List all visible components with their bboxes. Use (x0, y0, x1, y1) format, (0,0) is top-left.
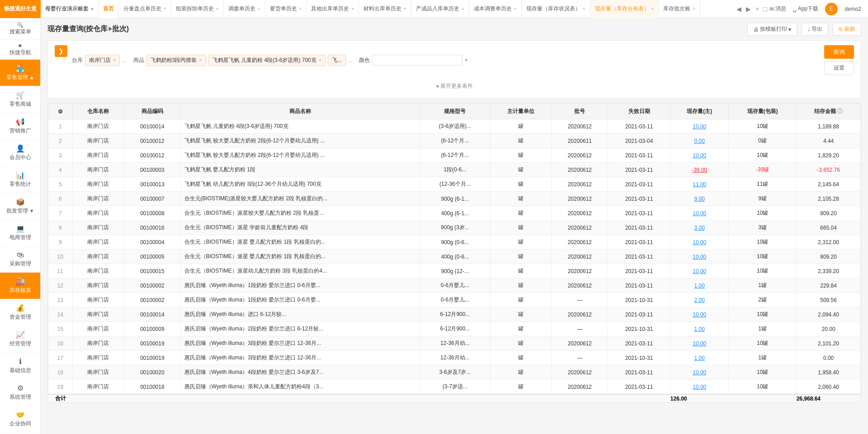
row-qty-main[interactable]: 0.00 (670, 134, 729, 148)
row-code: 00100020 (124, 365, 180, 380)
row-qty-main[interactable]: 11.00 (670, 177, 729, 192)
remove-product1-icon[interactable]: × (199, 57, 202, 63)
row-spec: 12-36月幼... (420, 351, 490, 365)
tab-cailiaochuku[interactable]: 材料出库单历史 × (359, 0, 411, 18)
sidebar-item-inventory[interactable]: 🏭 库存核算 (0, 273, 40, 299)
settings-gear-icon[interactable]: ⚙ (58, 108, 63, 115)
sidebar-item-finance[interactable]: 💰 资金管理 (0, 299, 40, 326)
close-icon[interactable]: × (693, 6, 695, 11)
tab-menu-icon[interactable]: □ (761, 5, 769, 13)
avatar[interactable]: E (825, 3, 838, 15)
row-name: 合生元（BIOSTIME）派星 婴儿配方奶粉 1段 乳核蛋白的... (180, 250, 420, 264)
row-name: 合生元（BIOSTIME）派星较大婴儿配方奶粉 2段 乳核蛋... (180, 206, 420, 221)
row-amount: 0.00 (797, 351, 861, 365)
col-spec: 规格型号 (420, 104, 490, 119)
row-unit: 罐 (490, 235, 552, 250)
row-amount: 2,094.40 (797, 307, 861, 322)
tab-xiancunliang-kucun[interactable]: 现存量（库存状况表） × (522, 0, 590, 18)
sidebar-item-marketing[interactable]: 📢 营销推广 (0, 113, 40, 140)
setting-button[interactable]: 设置 (824, 61, 854, 75)
row-qty-main[interactable]: 10.00 (670, 365, 729, 380)
tab-chengpinruku[interactable]: 产成品入库单历史 × (411, 0, 469, 18)
color-input[interactable] (372, 55, 462, 66)
tab-home[interactable]: 首页 (99, 0, 119, 18)
username-label[interactable]: demo2 (844, 6, 861, 12)
row-qty-main[interactable]: 9.00 (670, 192, 729, 206)
close-icon[interactable]: × (164, 6, 166, 11)
tab-fenliangpandian[interactable]: 分量盘点单历史 × (119, 0, 171, 18)
row-code: 00100003 (124, 163, 180, 177)
row-expire: 2021-03-04 (608, 134, 670, 148)
tab-next-icon[interactable]: ▶ (744, 5, 753, 13)
sidebar-item-retail-stats[interactable]: 📊 零售统计 (0, 166, 40, 193)
query-button[interactable]: 查询 (824, 45, 854, 59)
app-download-button[interactable]: ␣ App下载 (793, 5, 818, 13)
sidebar-item-retail-mall[interactable]: 🛒 零售商城 (0, 86, 40, 113)
sidebar-item-operations[interactable]: 📈 经营管理 (0, 326, 40, 353)
warehouse-tag[interactable]: 南岸门店 × (85, 55, 120, 66)
row-qty-main[interactable]: 1.00 (670, 322, 729, 336)
tab-xiancunliang-fenbu[interactable]: 现存量（库存分布表） × (590, 0, 659, 18)
sidebar-item-system[interactable]: ⚙ 系统管理 (0, 379, 40, 406)
tab-diaobodanls[interactable]: 调拨单历史 × (224, 0, 265, 18)
sidebar-item-purchase[interactable]: 🛍 采购管理 (0, 246, 40, 273)
row-unit: 罐 (490, 250, 552, 264)
close-icon[interactable]: × (299, 6, 302, 11)
close-icon[interactable]: × (258, 6, 260, 11)
close-icon[interactable]: × (651, 6, 654, 11)
close-icon[interactable]: × (404, 6, 406, 11)
row-qty-main[interactable]: 10.00 (670, 336, 729, 351)
close-icon[interactable]: × (216, 6, 219, 11)
row-qty-main[interactable]: 10.00 (670, 119, 729, 134)
refresh-button[interactable]: ↻ 刷新 (833, 23, 861, 36)
tab-close-all-icon[interactable]: × (753, 6, 761, 12)
row-qty-main[interactable]: 10.00 (670, 380, 729, 395)
row-qty-main[interactable]: 1.00 (670, 351, 729, 365)
sidebar-item-enterprise[interactable]: 🤝 企业协同 (0, 406, 40, 433)
row-qty-main[interactable]: 1.00 (670, 278, 729, 293)
tab-chengbentiaozhen[interactable]: 成本调整单历史 × (469, 0, 522, 18)
workspace-selector[interactable]: 母婴行业演示账套 ▾ (41, 0, 99, 18)
warehouse-more[interactable]: ... (122, 57, 126, 63)
row-qty-main[interactable]: 10.00 (670, 148, 729, 163)
product-tag-2[interactable]: 飞鹤星飞帆 儿童奶粉 4段(3-6岁适用) 700克 × (208, 55, 326, 66)
row-qty-main[interactable]: 3.00 (670, 221, 729, 235)
close-icon[interactable]: × (583, 6, 585, 11)
product-tag-1[interactable]: 飞鹤奶粉3段丙摆装 × (146, 55, 206, 66)
expand-conditions-button[interactable]: ▾ 展开更多条件 (436, 82, 473, 90)
color-chevron-icon[interactable]: ▾ (465, 57, 467, 63)
row-qty-main[interactable]: 10.00 (670, 264, 729, 278)
sidebar-item-wholesale[interactable]: 📦 批发管理 ▼ (0, 193, 40, 220)
row-amount: 1,189.88 (797, 119, 861, 134)
remove-warehouse-icon[interactable]: × (113, 57, 116, 63)
tab-yaohuo[interactable]: 要货单历史 × (265, 0, 307, 18)
close-icon[interactable]: × (514, 6, 517, 11)
sidebar-item-member[interactable]: 👤 会员中心 (0, 140, 40, 166)
tab-prev-icon[interactable]: ◀ (734, 5, 744, 13)
sidebar-quick-nav[interactable]: ★ 快捷导航 (0, 40, 40, 60)
row-qty-main[interactable]: 10.00 (670, 250, 729, 264)
sidebar-search[interactable]: 🔍 搜索菜单 (0, 18, 40, 40)
export-button[interactable]: ↓ 导出 (802, 23, 828, 36)
sidebar-item-ecommerce[interactable]: 💻 电商管理 (0, 220, 40, 246)
row-qty-main[interactable]: 10.00 (670, 235, 729, 250)
row-qty-main[interactable]: 10.00 (670, 206, 729, 221)
sidebar-item-basic-info[interactable]: ℹ 基础信息 (0, 353, 40, 379)
col-settings[interactable]: ⚙ (48, 104, 73, 119)
message-button[interactable]: ✉ 消息 (769, 5, 786, 13)
product-more[interactable]: ... (348, 57, 352, 63)
print-button[interactable]: 🖨 按模板打印 ▾ (747, 23, 797, 36)
row-qty-main[interactable]: 2.00 (670, 293, 729, 307)
remove-product2-icon[interactable]: × (319, 57, 321, 63)
tab-qitachuku[interactable]: 其他出库单历史 × (307, 0, 359, 18)
tab-kucunpicizh[interactable]: 库存批次账 × (659, 0, 700, 18)
tab-zuzhuangchaixie[interactable]: 组装拆卸单历史 × (171, 0, 224, 18)
row-qty-main[interactable]: 10.00 (670, 307, 729, 322)
row-qty-main[interactable]: -39.00 (670, 163, 729, 177)
product-tag-3[interactable]: 飞... (328, 55, 346, 66)
bookmark-icon: ★ (18, 42, 23, 49)
close-icon[interactable]: × (351, 6, 354, 11)
warehouse-nav-button[interactable]: ❯ (55, 45, 67, 57)
sidebar-item-retail-mgmt[interactable]: 🏪 零售管理 ▲ (0, 60, 40, 86)
close-icon[interactable]: × (462, 6, 464, 11)
